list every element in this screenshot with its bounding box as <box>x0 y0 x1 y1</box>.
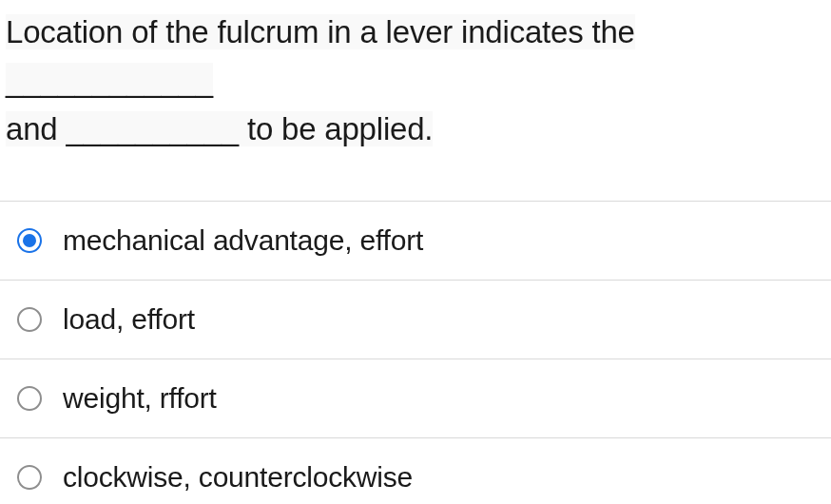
question-text: Location of the fulcrum in a lever indic… <box>0 0 831 182</box>
radio-icon[interactable] <box>17 386 42 411</box>
radio-inner-icon <box>23 234 36 247</box>
question-line-2: and __________ to be applied. <box>6 111 433 146</box>
question-block: Location of the fulcrum in a lever indic… <box>0 0 831 504</box>
question-line-1: Location of the fulcrum in a lever indic… <box>6 14 635 98</box>
option-label: load, effort <box>63 303 195 336</box>
radio-icon[interactable] <box>17 228 42 253</box>
option-label: weight, rffort <box>63 382 217 415</box>
option-label: mechanical advantage, effort <box>63 224 423 257</box>
option-label: clockwise, counterclockwise <box>63 461 413 494</box>
option-row-1[interactable]: load, effort <box>0 280 831 359</box>
radio-icon[interactable] <box>17 307 42 332</box>
option-row-3[interactable]: clockwise, counterclockwise <box>0 437 831 504</box>
option-row-0[interactable]: mechanical advantage, effort <box>0 201 831 280</box>
options-list: mechanical advantage, effort load, effor… <box>0 201 831 504</box>
option-row-2[interactable]: weight, rffort <box>0 359 831 437</box>
radio-icon[interactable] <box>17 465 42 490</box>
